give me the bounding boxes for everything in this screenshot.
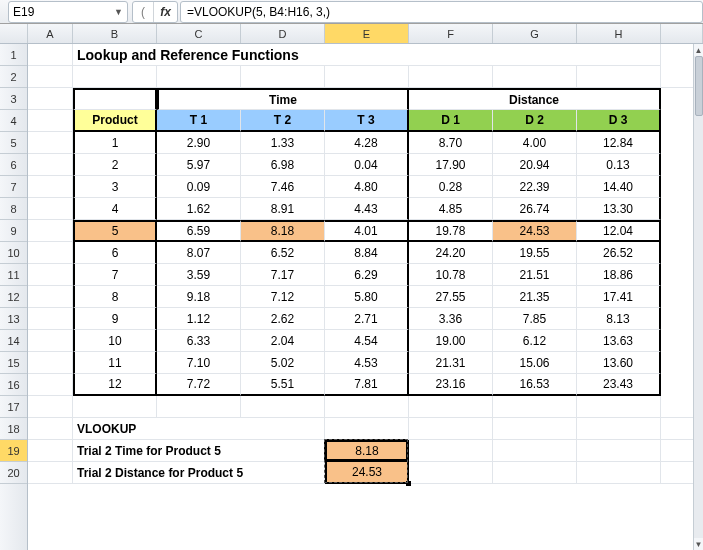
cell[interactable]: 23.43: [577, 374, 661, 396]
cell[interactable]: [28, 110, 73, 132]
cell[interactable]: 23.16: [409, 374, 493, 396]
cell[interactable]: 19.78: [409, 220, 493, 242]
cell[interactable]: D 1: [409, 110, 493, 132]
cell[interactable]: [577, 396, 661, 418]
cell[interactable]: 6.29: [325, 264, 409, 286]
cell[interactable]: [28, 220, 73, 242]
cell[interactable]: [409, 462, 493, 484]
row-header-1[interactable]: 1: [0, 44, 27, 66]
cell[interactable]: T 1: [157, 110, 241, 132]
insert-function-button[interactable]: fx: [153, 2, 177, 22]
cell[interactable]: Time: [157, 88, 409, 110]
cell[interactable]: 4.28: [325, 132, 409, 154]
cell[interactable]: D 2: [493, 110, 577, 132]
scroll-down-icon[interactable]: ▼: [694, 538, 703, 550]
name-box[interactable]: E19 ▼: [8, 1, 128, 23]
cell[interactable]: [577, 418, 661, 440]
col-header-C[interactable]: C: [157, 24, 241, 43]
cell[interactable]: [28, 462, 73, 484]
vertical-scrollbar[interactable]: ▲ ▼: [693, 44, 703, 550]
cell[interactable]: [493, 66, 577, 88]
cell[interactable]: 5: [73, 220, 157, 242]
cell[interactable]: T 3: [325, 110, 409, 132]
row-header-2[interactable]: 2: [0, 66, 27, 88]
cell[interactable]: 0.09: [157, 176, 241, 198]
cell[interactable]: 18.86: [577, 264, 661, 286]
row-header-19[interactable]: 19: [0, 440, 27, 462]
cell[interactable]: [28, 418, 73, 440]
cell[interactable]: 19.00: [409, 330, 493, 352]
cell[interactable]: 22.39: [493, 176, 577, 198]
cell[interactable]: 12.04: [577, 220, 661, 242]
cell[interactable]: Trial 2 Distance for Product 5: [73, 462, 325, 484]
row-header-8[interactable]: 8: [0, 198, 27, 220]
cell[interactable]: [28, 286, 73, 308]
cell[interactable]: 17.41: [577, 286, 661, 308]
cell[interactable]: [409, 418, 493, 440]
cell[interactable]: [73, 88, 157, 110]
cell[interactable]: 6.52: [241, 242, 325, 264]
open-paren-icon[interactable]: (: [133, 2, 153, 22]
cell[interactable]: 7.46: [241, 176, 325, 198]
cell[interactable]: 26.74: [493, 198, 577, 220]
cell[interactable]: 24.53: [493, 220, 577, 242]
col-header-D[interactable]: D: [241, 24, 325, 43]
cell[interactable]: [28, 374, 73, 396]
cell[interactable]: [157, 396, 241, 418]
cell[interactable]: 0.28: [409, 176, 493, 198]
cell[interactable]: 4.01: [325, 220, 409, 242]
cell[interactable]: 1.62: [157, 198, 241, 220]
formula-input[interactable]: =VLOOKUP(5, B4:H16, 3,): [180, 1, 703, 23]
row-header-9[interactable]: 9: [0, 220, 27, 242]
cell[interactable]: 3.59: [157, 264, 241, 286]
cell[interactable]: 2: [73, 154, 157, 176]
cell[interactable]: 15.06: [493, 352, 577, 374]
cell[interactable]: 6.33: [157, 330, 241, 352]
cell[interactable]: 14.40: [577, 176, 661, 198]
cell[interactable]: [241, 66, 325, 88]
cell[interactable]: [409, 440, 493, 462]
cell[interactable]: [28, 308, 73, 330]
cell[interactable]: 0.04: [325, 154, 409, 176]
cell[interactable]: 4.00: [493, 132, 577, 154]
col-header-G[interactable]: G: [493, 24, 577, 43]
name-box-dropdown-icon[interactable]: ▼: [114, 7, 123, 17]
cell[interactable]: [325, 66, 409, 88]
row-header-4[interactable]: 4: [0, 110, 27, 132]
cell[interactable]: 7.72: [157, 374, 241, 396]
cell[interactable]: 8.18: [325, 440, 409, 462]
cell[interactable]: 4.53: [325, 352, 409, 374]
row-header-7[interactable]: 7: [0, 176, 27, 198]
row-header-15[interactable]: 15: [0, 352, 27, 374]
cell[interactable]: 4: [73, 198, 157, 220]
cell[interactable]: VLOOKUP: [73, 418, 325, 440]
row-header-16[interactable]: 16: [0, 374, 27, 396]
cell[interactable]: [28, 440, 73, 462]
cell[interactable]: [577, 66, 661, 88]
cell[interactable]: 5.02: [241, 352, 325, 374]
cell[interactable]: 10: [73, 330, 157, 352]
row-header-18[interactable]: 18: [0, 418, 27, 440]
col-header-B[interactable]: B: [73, 24, 157, 43]
cell[interactable]: [28, 352, 73, 374]
cell[interactable]: 5.51: [241, 374, 325, 396]
cell[interactable]: Product: [73, 110, 157, 132]
cell[interactable]: [28, 176, 73, 198]
cell[interactable]: [28, 132, 73, 154]
cell[interactable]: 0.13: [577, 154, 661, 176]
cell[interactable]: 7.10: [157, 352, 241, 374]
cell[interactable]: Distance: [409, 88, 661, 110]
cell[interactable]: 21.35: [493, 286, 577, 308]
cell[interactable]: 4.80: [325, 176, 409, 198]
cell[interactable]: 1: [73, 132, 157, 154]
cell[interactable]: [28, 396, 73, 418]
cell[interactable]: 20.94: [493, 154, 577, 176]
cell[interactable]: [493, 396, 577, 418]
cell[interactable]: 13.63: [577, 330, 661, 352]
cell[interactable]: 3: [73, 176, 157, 198]
cell[interactable]: 27.55: [409, 286, 493, 308]
cell[interactable]: 8.70: [409, 132, 493, 154]
cell[interactable]: 13.30: [577, 198, 661, 220]
cells-area[interactable]: Lookup and Reference FunctionsTimeDistan…: [28, 44, 703, 550]
cell[interactable]: 2.90: [157, 132, 241, 154]
